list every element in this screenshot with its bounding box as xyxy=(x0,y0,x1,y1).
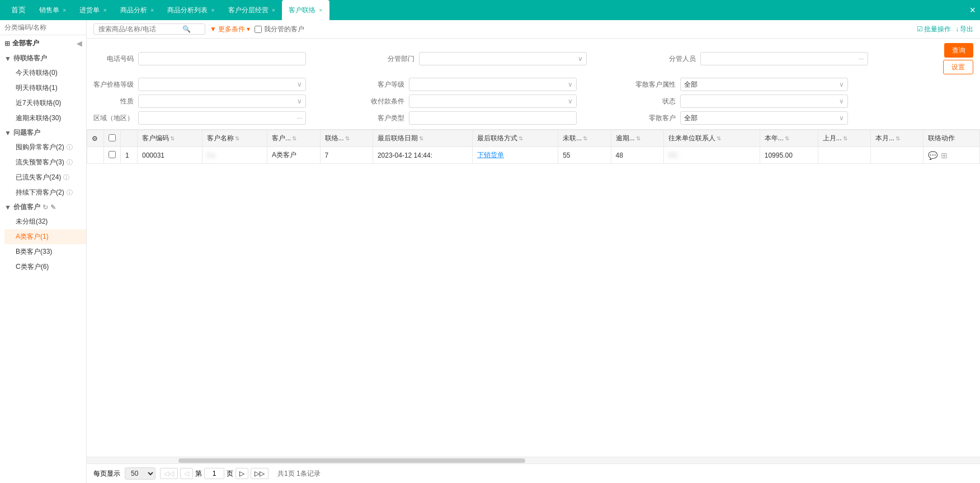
collapse-sidebar-icon[interactable]: ◀ xyxy=(77,40,82,48)
th-type[interactable]: 客户...⇅ xyxy=(267,130,320,147)
per-page-select[interactable]: 50 100 200 xyxy=(125,467,156,480)
sidebar-group-value[interactable]: ▼ 价值客户 ↻ ✎ xyxy=(0,200,86,214)
grade-select[interactable]: ∨ xyxy=(409,78,577,91)
phone-input[interactable] xyxy=(138,52,306,65)
next-page-button[interactable]: ▷ xyxy=(235,468,248,479)
close-purchase-tab[interactable]: × xyxy=(103,7,106,13)
last-method-link[interactable]: 下销货单 xyxy=(477,151,504,159)
group-problem-label: 问题客户 xyxy=(13,128,40,138)
th-this-year[interactable]: 本年...⇅ xyxy=(760,130,818,147)
nav-home[interactable]: 首页 xyxy=(4,0,32,20)
filter-cell-price-grade: 客户价格等级 ∨ xyxy=(93,78,364,91)
query-button[interactable]: 查询 xyxy=(944,43,973,58)
sidebar-item-lost[interactable]: 已流失客户(24) ⓘ xyxy=(4,170,86,185)
sidebar-item-hoarding[interactable]: 囤购异常客户(2) ⓘ xyxy=(4,140,86,155)
action-icons: 💬 ⊞ xyxy=(928,151,975,160)
nav-tab-product-list[interactable]: 商品分析列表× xyxy=(161,0,221,20)
filter-row-4: 区域（地区） ··· 客户类型 零散客户 全部 ∨ xyxy=(93,111,973,125)
filter-search-icon[interactable]: 🔍 xyxy=(182,25,191,33)
close-sales-tab[interactable]: × xyxy=(63,7,66,13)
status-select[interactable]: ∨ xyxy=(680,94,848,108)
arrow-pending: ▼ xyxy=(4,55,11,63)
td-check[interactable] xyxy=(104,147,121,164)
sidebar-group-problem[interactable]: ▼ 问题客户 xyxy=(0,126,86,140)
th-gear[interactable]: ⚙ xyxy=(87,130,104,147)
close-product-analysis-tab[interactable]: × xyxy=(150,7,154,13)
dept-select[interactable]: ∨ xyxy=(419,52,587,65)
all-customers-header[interactable]: ⊞ 全部客户 ◀ xyxy=(0,35,86,51)
th-name[interactable]: 客户名称⇅ xyxy=(202,130,267,147)
th-last-method[interactable]: 最后联络方式⇅ xyxy=(473,130,558,147)
my-customers-checkbox[interactable] xyxy=(255,26,262,33)
sidebar: 🔍 ⊞ 全部客户 ◀ ▼ 待联络客户 今天待联络(0) 明天待联络(1) 近7天… xyxy=(0,20,87,483)
grid-action-icon[interactable]: ⊞ xyxy=(941,151,948,160)
last-page-button[interactable]: ▷▷ xyxy=(251,468,268,479)
th-contact[interactable]: 联络...⇅ xyxy=(320,130,373,147)
close-all-button[interactable]: × xyxy=(969,4,976,16)
nav-tab-product-analysis[interactable]: 商品分析× xyxy=(114,0,161,20)
th-index xyxy=(121,130,138,147)
th-code[interactable]: 客户编码⇅ xyxy=(138,130,202,147)
person-select[interactable]: ··· xyxy=(700,52,868,65)
pay-select[interactable]: ∨ xyxy=(409,94,577,108)
batch-op-button[interactable]: ☑ 批量操作 xyxy=(917,25,951,34)
th-check[interactable] xyxy=(104,130,121,147)
nav-tab-customer-contact[interactable]: 客户联络× xyxy=(282,0,329,20)
close-customer-tier-tab[interactable]: × xyxy=(272,7,275,13)
retail-select[interactable]: 全部 ∨ xyxy=(680,111,848,125)
region-select[interactable]: ··· xyxy=(138,111,306,125)
price-grade-select[interactable]: ∨ xyxy=(138,78,306,91)
region-dots-icon[interactable]: ··· xyxy=(296,114,302,122)
retail-attr-select[interactable]: 全部 ∨ xyxy=(680,78,848,91)
sidebar-item-class-a[interactable]: A类客户(1) xyxy=(4,229,86,244)
setting-button[interactable]: 设置 xyxy=(943,60,973,74)
th-last-date[interactable]: 最后联络日期⇅ xyxy=(373,130,472,147)
nav-tab-purchase[interactable]: 进货单× xyxy=(73,0,113,20)
chat-action-icon[interactable]: 💬 xyxy=(928,151,937,160)
edit-icon[interactable]: ✎ xyxy=(50,203,56,211)
th-uncontacted[interactable]: 未联...⇅ xyxy=(558,130,611,147)
nav-tab-customer-tier[interactable]: 客户分层经营× xyxy=(222,0,282,20)
person-dots-icon[interactable]: ··· xyxy=(859,55,864,63)
sidebar-item-lost-warning[interactable]: 流失预警客户(3) ⓘ xyxy=(4,155,86,170)
filter-cell-pay: 收付款条件 ∨ xyxy=(364,94,635,108)
close-product-list-tab[interactable]: × xyxy=(211,7,214,13)
th-contact-person[interactable]: 往来单位联系人⇅ xyxy=(664,130,760,147)
sidebar-item-ungrouped[interactable]: 未分组(32) xyxy=(4,214,86,229)
sidebar-group-pending[interactable]: ▼ 待联络客户 xyxy=(0,51,86,65)
filter-search-input[interactable] xyxy=(98,25,182,33)
td-last-method[interactable]: 下销货单 xyxy=(473,147,558,164)
th-last-month[interactable]: 上月...⇅ xyxy=(818,130,870,147)
nav-tab-sales[interactable]: 销售单× xyxy=(32,0,73,20)
type-select[interactable] xyxy=(409,111,577,125)
row-checkbox[interactable] xyxy=(109,151,116,158)
prev-page-button[interactable]: ◁ xyxy=(180,468,193,479)
sidebar-item-class-c[interactable]: C类客户(6) xyxy=(4,259,86,274)
sidebar-item-declining[interactable]: 持续下滑客户(2) ⓘ xyxy=(4,185,86,200)
export-button[interactable]: ↓ 导出 xyxy=(955,25,973,34)
sidebar-item-tomorrow[interactable]: 明天待联络(1) xyxy=(4,80,86,96)
pay-label: 收付款条件 xyxy=(364,97,409,106)
scrollbar-thumb[interactable] xyxy=(178,458,525,463)
more-conditions-button[interactable]: ▼ 更多条件 ▾ xyxy=(210,25,250,34)
status-label: 状态 xyxy=(635,97,680,106)
group-pending-label: 待联络客户 xyxy=(13,54,47,63)
refresh-icon[interactable]: ↻ xyxy=(43,203,48,211)
th-overdue[interactable]: 逾期...⇅ xyxy=(611,130,663,147)
sort-last-method-icon: ⇅ xyxy=(519,135,523,141)
th-this-month[interactable]: 本月...⇅ xyxy=(870,130,923,147)
page-number-input[interactable] xyxy=(204,468,224,479)
sidebar-search-input[interactable] xyxy=(4,23,87,31)
sidebar-item-overdue[interactable]: 逾期未联络(30) xyxy=(4,111,86,126)
batch-op-label: 批量操作 xyxy=(924,25,951,34)
nature-select[interactable]: ∨ xyxy=(138,94,306,108)
sidebar-item-class-b[interactable]: B类客户(33) xyxy=(4,244,86,259)
horizontal-scrollbar[interactable] xyxy=(87,457,980,463)
select-all-checkbox[interactable] xyxy=(109,134,116,141)
close-customer-contact-tab[interactable]: × xyxy=(319,7,322,13)
sidebar-item-today[interactable]: 今天待联络(0) xyxy=(4,65,86,80)
info-icon-lost: ⓘ xyxy=(63,173,69,182)
first-page-button[interactable]: ◁◁ xyxy=(160,468,178,479)
my-customers-check[interactable]: 我分管的客户 xyxy=(255,25,304,34)
sidebar-item-7days[interactable]: 近7天待联络(0) xyxy=(4,96,86,111)
